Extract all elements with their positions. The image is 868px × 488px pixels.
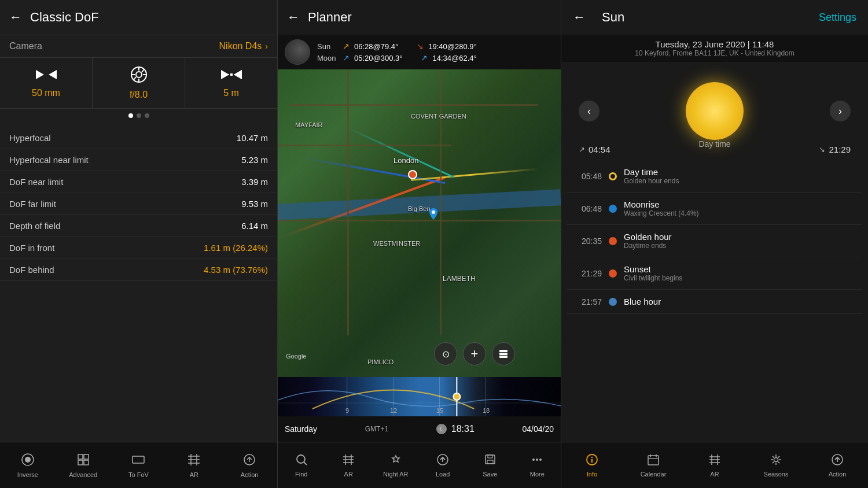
- metrics-table: Hyperfocal 10.47 m Hyperfocal near limit…: [0, 123, 277, 442]
- svg-rect-32: [499, 353, 507, 355]
- sun-prev-button[interactable]: ‹: [579, 101, 599, 121]
- load-icon: [436, 453, 449, 468]
- svg-rect-33: [499, 356, 507, 358]
- svg-rect-21: [84, 460, 89, 465]
- event-dot-3: [609, 269, 617, 278]
- timeline-svg: [278, 377, 561, 416]
- nav-save[interactable]: Save: [466, 442, 514, 488]
- map-zoom-in-button[interactable]: +: [463, 342, 486, 365]
- metric-hyperfocal: Hyperfocal 10.47 m: [0, 127, 277, 149]
- event-details-1: Moonrise Waxing Crescent (4.4%): [624, 199, 856, 217]
- sun-visual: ‹ › ↗ 04:54 Day time ↘ 21:29: [561, 62, 868, 160]
- event-dot-2: [609, 237, 617, 245]
- sun-date: Tuesday, 23 June 2020 | 11:48: [573, 39, 856, 49]
- aperture-control[interactable]: f/8.0: [93, 58, 185, 108]
- planner-back-button[interactable]: ←: [287, 10, 300, 25]
- planner-panel: ← Planner Sun ↗ 06:28@79.4° ↘ 19:40@280.…: [278, 0, 561, 488]
- nav-seasons[interactable]: Seasons: [745, 442, 807, 488]
- map-location-pin[interactable]: [408, 170, 417, 179]
- page-dots: [0, 109, 277, 123]
- dof-back-button[interactable]: ←: [9, 10, 22, 25]
- svg-point-17: [25, 457, 31, 463]
- map-label-bigben: Big Ben: [408, 205, 431, 212]
- camera-row: Camera Nikon D4s ›: [0, 35, 277, 58]
- more-icon: [531, 453, 543, 468]
- event-time-2: 20:35: [573, 236, 602, 246]
- nav-night-ar[interactable]: Night AR: [372, 442, 420, 488]
- dof-header: ← Classic DoF: [0, 0, 277, 35]
- timeline-label-15: 15: [436, 407, 443, 414]
- map-layers-button[interactable]: [492, 342, 515, 365]
- nav-load[interactable]: Load: [420, 442, 467, 488]
- nav-advanced[interactable]: Advanced: [56, 442, 111, 488]
- event-dot-0: [609, 172, 617, 180]
- nav-calendar[interactable]: Calendar: [623, 442, 684, 488]
- sun-header: ← Sun Settings: [561, 0, 868, 35]
- nav-planner-ar[interactable]: AR: [325, 442, 373, 488]
- svg-rect-52: [487, 460, 493, 464]
- dof-title: Classic DoF: [30, 10, 99, 25]
- event-dot-4: [609, 298, 617, 306]
- map-compass-button[interactable]: ⊙: [434, 342, 457, 365]
- focal-length-control[interactable]: 50 mm: [0, 58, 93, 108]
- nav-more[interactable]: More: [514, 442, 561, 488]
- sun-row: Sun ↗ 06:28@79.4° ↘ 19:40@280.9°: [317, 42, 554, 51]
- sun-next-button[interactable]: ›: [830, 101, 851, 121]
- event-time-4: 21:57: [573, 297, 602, 306]
- nav-ar[interactable]: AR: [166, 442, 222, 488]
- svg-rect-18: [78, 454, 83, 459]
- ar-icon: [187, 453, 201, 469]
- planner-header: ← Planner: [278, 0, 561, 35]
- svg-point-58: [591, 456, 593, 457]
- nav-find[interactable]: Find: [278, 442, 325, 488]
- tofov-icon: [131, 453, 145, 469]
- nav-inverse[interactable]: Inverse: [0, 442, 56, 488]
- bigben-pin: [428, 208, 439, 223]
- nav-tofov[interactable]: To FoV: [111, 442, 167, 488]
- map-label-pimlico: PIMLICO: [367, 358, 393, 365]
- planner-gmt: GMT+1: [365, 425, 388, 433]
- dof-bottom-nav: Inverse Advanced To FoV AR Action: [0, 442, 277, 488]
- map-container[interactable]: London COVENT GARDEN MAYFAIR Big Ben WES…: [278, 69, 561, 377]
- svg-point-3: [136, 72, 142, 77]
- events-list: 05:48 Day time Golden hour ends 06:48 Mo…: [561, 160, 868, 442]
- planner-title: Planner: [308, 10, 352, 25]
- map-label-covent-garden: COVENT GARDEN: [411, 113, 466, 120]
- map-label-westminster: WESTMINSTER: [373, 240, 420, 247]
- nav-sun-action[interactable]: Action: [807, 442, 868, 488]
- svg-marker-15: [221, 70, 229, 79]
- svg-rect-59: [648, 456, 659, 465]
- moon-icon: [285, 39, 310, 65]
- info-icon: [586, 453, 598, 468]
- event-time-3: 21:29: [573, 269, 602, 278]
- svg-point-40: [453, 393, 460, 400]
- planner-date-right: 04/04/20: [523, 424, 554, 434]
- timeline-container[interactable]: 9 12 15 18: [278, 377, 561, 416]
- timeline-label-18: 18: [483, 407, 490, 414]
- sun-moon-bar: Sun ↗ 06:28@79.4° ↘ 19:40@280.9° Moon ↗ …: [278, 35, 561, 69]
- aperture-icon: [130, 66, 148, 86]
- event-details-4: Blue hour: [624, 297, 856, 306]
- svg-rect-34: [278, 377, 561, 416]
- map-label-london: London: [393, 156, 418, 165]
- camera-value[interactable]: Nikon D4s ›: [219, 41, 268, 51]
- find-icon: [295, 453, 308, 468]
- metric-depth-of-field: Depth of field 6.14 m: [0, 215, 277, 237]
- sun-action-icon: [831, 453, 844, 468]
- save-icon: [484, 453, 496, 468]
- metric-hyperfocal-near: Hyperfocal near limit 5.23 m: [0, 149, 277, 171]
- planner-bottom-nav: Find AR Night AR Load Save: [278, 442, 561, 488]
- sun-back-button[interactable]: ←: [573, 10, 586, 25]
- svg-point-53: [532, 459, 535, 461]
- nav-sun-ar[interactable]: AR: [684, 442, 745, 488]
- settings-button[interactable]: Settings: [819, 12, 856, 24]
- nav-action-left[interactable]: Action: [222, 442, 277, 488]
- event-time-1: 06:48: [573, 204, 602, 213]
- svg-point-42: [297, 455, 305, 463]
- svg-rect-19: [84, 454, 89, 459]
- nav-info[interactable]: Info: [561, 442, 623, 488]
- time-icon: ☾: [436, 424, 447, 434]
- event-details-3: Sunset Civil twilight begins: [624, 264, 856, 282]
- distance-control[interactable]: 5 m: [185, 58, 277, 108]
- dof-panel: ← Classic DoF Camera Nikon D4s › 50 mm: [0, 0, 278, 488]
